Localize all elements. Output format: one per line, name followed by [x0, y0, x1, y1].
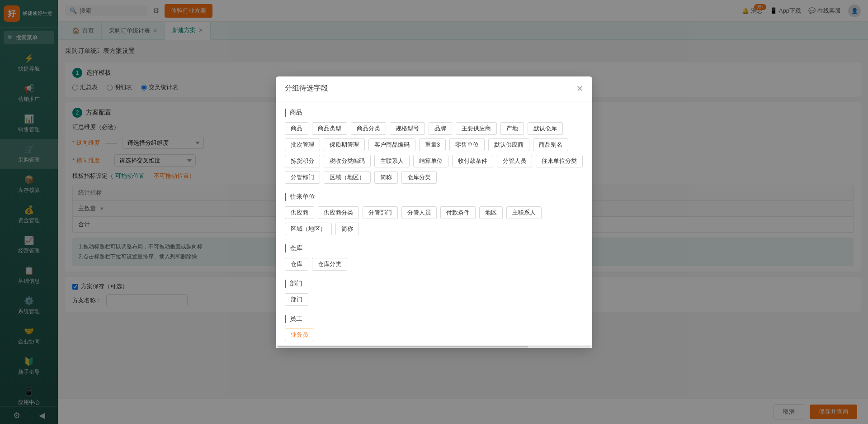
field-tag-manager2[interactable]: 分管人员: [401, 206, 437, 219]
section-department-title: 部门: [285, 280, 583, 288]
field-tag-payment-condition[interactable]: 付款条件: [440, 206, 476, 219]
field-tag-default-warehouse[interactable]: 默认仓库: [528, 122, 563, 135]
section-goods-title: 商品: [285, 109, 583, 117]
field-tag-goods[interactable]: 商品: [285, 122, 308, 135]
section-warehouse: 仓库 仓库 仓库分类: [285, 244, 583, 271]
field-tag-dept[interactable]: 分管部门: [285, 171, 320, 184]
field-tag-counterpart-category[interactable]: 往来单位分类: [536, 155, 583, 167]
field-tag-abbr2[interactable]: 简称: [335, 223, 359, 235]
modal-overlay: 分组待选字段 ✕ 商品 商品 商品类型 商品分类 规格型号 品牌 主要供应商 产…: [0, 0, 868, 424]
field-tag-origin[interactable]: 产地: [500, 122, 524, 135]
field-tag-customer-code[interactable]: 客户商品编码: [368, 138, 415, 151]
field-tag-supplier[interactable]: 供应商: [285, 206, 314, 219]
field-tag-pick-score[interactable]: 拣货积分: [285, 155, 320, 167]
scroll-track: [278, 346, 590, 348]
scroll-thumb: [278, 346, 528, 348]
section-counterpart: 往来单位 供应商 供应商分类 分管部门 分管人员 付款条件 地区 主联系人 区域…: [285, 193, 583, 235]
section-warehouse-title: 仓库: [285, 244, 583, 252]
field-tag-dept2[interactable]: 分管部门: [363, 206, 398, 219]
field-tag-spec-model[interactable]: 规格型号: [390, 122, 425, 135]
section-staff-tags: 业务员: [285, 329, 583, 341]
field-tag-retail-unit[interactable]: 零售单位: [449, 138, 485, 151]
section-department-tags: 部门: [285, 293, 583, 306]
field-tag-region[interactable]: 区域（地区）: [324, 171, 371, 184]
field-tag-payment-terms[interactable]: 收付款条件: [452, 155, 493, 167]
field-tag-department[interactable]: 部门: [285, 293, 308, 306]
field-tag-warehouse[interactable]: 仓库: [285, 258, 308, 271]
field-tag-shelf-life[interactable]: 保质期管理: [324, 138, 365, 151]
field-tag-area[interactable]: 地区: [479, 206, 503, 219]
field-tag-settle-unit[interactable]: 结算单位: [413, 155, 448, 167]
field-tag-contact[interactable]: 主联系人: [374, 155, 410, 167]
modal-body: 商品 商品 商品类型 商品分类 规格型号 品牌 主要供应商 产地 默认仓库 批次…: [276, 101, 592, 345]
modal-title: 分组待选字段: [285, 84, 328, 93]
field-tag-salesperson[interactable]: 业务员: [285, 329, 314, 341]
field-tag-batch[interactable]: 批次管理: [285, 138, 320, 151]
modal-horizontal-scrollbar[interactable]: [276, 345, 592, 348]
section-counterpart-tags: 供应商 供应商分类 分管部门 分管人员 付款条件 地区 主联系人 区域（地区） …: [285, 206, 583, 235]
modal-close-button[interactable]: ✕: [576, 84, 583, 94]
field-tag-abbr[interactable]: 简称: [374, 171, 398, 184]
field-tag-goods-type[interactable]: 商品类型: [312, 122, 347, 135]
field-tag-warehouse-cat[interactable]: 仓库分类: [312, 258, 347, 271]
field-tag-warehouse-category[interactable]: 仓库分类: [401, 171, 437, 184]
modal-header: 分组待选字段 ✕: [276, 76, 592, 101]
field-tag-main-supplier[interactable]: 主要供应商: [456, 122, 497, 135]
section-staff: 员工 业务员: [285, 315, 583, 341]
field-tag-goods-alias[interactable]: 商品别名: [533, 138, 568, 151]
field-tag-tax-code[interactable]: 税收分类编码: [324, 155, 371, 167]
modal: 分组待选字段 ✕ 商品 商品 商品类型 商品分类 规格型号 品牌 主要供应商 产…: [276, 76, 592, 348]
section-counterpart-title: 往来单位: [285, 193, 583, 201]
field-tag-region2[interactable]: 区域（地区）: [285, 223, 332, 235]
field-tag-main-contact[interactable]: 主联系人: [506, 206, 542, 219]
section-department: 部门 部门: [285, 280, 583, 306]
field-tag-brand[interactable]: 品牌: [429, 122, 452, 135]
field-tag-goods-category[interactable]: 商品分类: [351, 122, 386, 135]
section-goods-tags: 商品 商品类型 商品分类 规格型号 品牌 主要供应商 产地 默认仓库 批次管理 …: [285, 122, 583, 184]
field-tag-supplier-category[interactable]: 供应商分类: [318, 206, 359, 219]
section-goods: 商品 商品 商品类型 商品分类 规格型号 品牌 主要供应商 产地 默认仓库 批次…: [285, 109, 583, 184]
section-warehouse-tags: 仓库 仓库分类: [285, 258, 583, 271]
field-tag-default-supplier[interactable]: 默认供应商: [488, 138, 529, 151]
field-tag-weight[interactable]: 重量3: [419, 138, 446, 151]
field-tag-manager[interactable]: 分管人员: [497, 155, 532, 167]
section-staff-title: 员工: [285, 315, 583, 323]
